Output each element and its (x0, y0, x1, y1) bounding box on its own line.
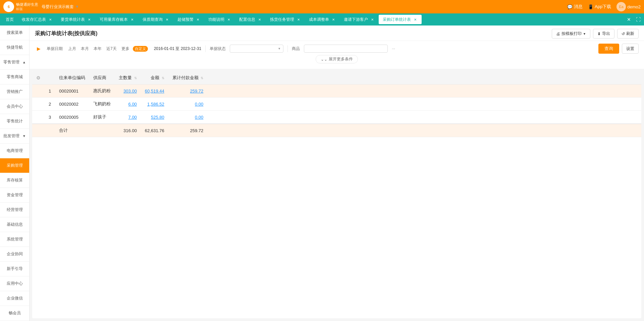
query-button[interactable]: 查询 (598, 44, 619, 54)
user-menu[interactable]: Ea demo2 (616, 2, 641, 11)
tab-home[interactable]: 首页 (2, 15, 18, 24)
tab-close-icon[interactable]: ✕ (226, 17, 231, 22)
row-amount-cell: 60,519.44 (141, 85, 168, 98)
footer-amount-cell: 62,631.76 (141, 124, 168, 137)
row-index-cell: 3 (45, 111, 55, 124)
tab-close-icon[interactable]: ✕ (87, 17, 92, 22)
close-tab-button[interactable]: ✕ (625, 15, 633, 23)
sidebar-item-basic-info[interactable]: 基础信息 (0, 217, 29, 232)
table-row: 1 00020001 惠氏奶粉 303.00 60 (32, 85, 641, 98)
page-title: 采购订单统计表(按供应商) (35, 30, 98, 37)
sidebar-item-finance[interactable]: 资金管理 (0, 188, 29, 203)
sidebar-item-operations[interactable]: 经营管理 (0, 203, 29, 217)
row-index-cell: 2 (45, 98, 55, 111)
expand-more-button[interactable]: ⌄⌄ 展开更多条件 (316, 55, 358, 63)
tab-config-info[interactable]: 配置信息 ✕ (235, 15, 266, 24)
shortcut-7days[interactable]: 近7天 (105, 46, 118, 52)
sidebar-item-retail[interactable]: 零售管理 ▲ (0, 55, 29, 70)
tab-close-icon[interactable]: ✕ (257, 17, 262, 22)
sidebar-item-wholesale[interactable]: 批发管理 ▼ (0, 129, 29, 144)
row-supplier-cell: 好孩子 (89, 111, 115, 124)
sidebar-item-search[interactable]: 搜索菜单 (0, 25, 29, 40)
tab-close-icon[interactable]: ✕ (196, 17, 200, 22)
tab-close-icon[interactable]: ✕ (130, 17, 135, 22)
goods-filter-label: 商品 (292, 46, 300, 52)
sidebar-item-retail-mall[interactable]: 零售商城 (0, 70, 29, 85)
tab-available-stock[interactable]: 可用量库存账本 ✕ (96, 15, 139, 24)
message-button[interactable]: 💬 消息 (567, 4, 583, 10)
workspace-dropdown-icon: ▼ (75, 4, 79, 9)
tab-purchase-order-summary[interactable]: 采购订单统计表 ✕ (379, 15, 422, 24)
column-settings-icon[interactable]: ⚙ (36, 75, 41, 81)
tab-invite-downstream[interactable]: 邀请下游客户 ✕ (340, 15, 379, 24)
tab-picking-task[interactable]: 拣货任务管理 ✕ (266, 15, 305, 24)
sidebar-item-purchase[interactable]: 采购管理 (0, 158, 29, 173)
tab-close-icon[interactable]: ✕ (165, 17, 169, 22)
sidebar-item-member2[interactable]: 畅会员 (0, 306, 29, 321)
sidebar-item-marketing[interactable]: 营销推广 (0, 85, 29, 99)
row-empty-cell (207, 98, 641, 111)
col-settings: ⚙ (32, 71, 45, 85)
tab-close-icon[interactable]: ✕ (413, 17, 418, 22)
sidebar-item-ecommerce[interactable]: 电商管理 (0, 144, 29, 158)
tab-close-icon[interactable]: ✕ (296, 17, 301, 22)
footer-index-cell (45, 124, 55, 137)
tab-function-desc[interactable]: 功能说明 ✕ (204, 15, 235, 24)
sidebar-item-enterprise[interactable]: 企业协同 (0, 247, 29, 262)
shortcut-this-month[interactable]: 本月 (79, 46, 90, 52)
main-layout: 搜索菜单 快捷导航 零售管理 ▲ 零售商城 营销推广 会员中心 零售统计 批发管… (0, 25, 644, 321)
filter-divider-2 (287, 45, 288, 52)
tab-cost-adjust[interactable]: 成本调整单 ✕ (305, 15, 340, 24)
export-button[interactable]: ⬇ 导出 (593, 29, 614, 39)
tab-expiry-query[interactable]: 保质期查询 ✕ (139, 15, 173, 24)
tab-close-icon[interactable]: ✕ (48, 17, 53, 22)
status-select[interactable] (230, 45, 283, 53)
top-bar: 6 畅捷通好生意 标版 母婴行业演示账套 ▼ 💬 消息 📱 App下载 Ea d… (0, 0, 644, 13)
sidebar-item-inventory[interactable]: 库存核算 (0, 173, 29, 188)
date-shortcuts: 上月 本月 本年 近7天 更多 自定义 (67, 46, 148, 52)
chevron-down-icon: ▼ (22, 134, 26, 138)
tab-close-icon[interactable]: ✕ (331, 17, 336, 22)
shortcut-last-month[interactable]: 上月 (67, 46, 77, 52)
filter-row-1: ▶ 单据日期 上月 本月 本年 近7天 更多 自定义 2016-01-01 至 … (35, 44, 639, 54)
maximize-button[interactable]: ⛶ (634, 15, 642, 23)
sidebar-item-quick-nav[interactable]: 快捷导航 (0, 40, 29, 55)
sidebar-item-member[interactable]: 会员中心 (0, 99, 29, 114)
app-download-button[interactable]: 📱 App下载 (588, 4, 611, 10)
filter-block: ▶ 单据日期 上月 本月 本年 近7天 更多 自定义 2016-01-01 至 … (30, 41, 644, 69)
row-settings-cell (32, 111, 45, 124)
tab-collection[interactable]: 收发存汇总表 ✕ (18, 15, 57, 24)
sidebar-item-system[interactable]: 系统管理 (0, 232, 29, 247)
sidebar-item-wechat[interactable]: 企业微信 (0, 291, 29, 306)
tab-overstock-warning[interactable]: 超储预警 ✕ (173, 15, 204, 24)
row-paid-amount-cell: 0.00 (168, 111, 208, 124)
goods-search-more-icon[interactable]: ··· (392, 46, 395, 51)
content-area: 采购订单统计表(按供应商) 🖨 按模板打印 ▼ ⬇ 导出 ↺ 刷新 (30, 25, 644, 321)
settings-button[interactable]: 设置 (622, 44, 639, 54)
custom-date-badge[interactable]: 自定义 (133, 46, 148, 52)
filter-divider (205, 45, 206, 52)
tab-close-icon[interactable]: ✕ (370, 17, 375, 22)
shortcut-more[interactable]: 更多 (120, 46, 131, 52)
refresh-icon: ↺ (622, 32, 625, 36)
workspace-selector[interactable]: 母婴行业演示账套 ▼ (42, 4, 564, 10)
sidebar-item-newbie[interactable]: 新手引导 (0, 262, 29, 276)
sidebar-item-retail-stats[interactable]: 零售统计 (0, 114, 29, 129)
sidebar: 搜索菜单 快捷导航 零售管理 ▲ 零售商城 营销推广 会员中心 零售统计 批发管… (0, 25, 30, 321)
col-amount: 金额 ⇅ (141, 71, 168, 85)
tab-purchase-summary[interactable]: 要货单统计表 ✕ (57, 15, 96, 24)
col-index (45, 71, 55, 85)
print-button[interactable]: 🖨 按模板打印 ▼ (552, 29, 590, 39)
table-header: ⚙ 往来单位编码 供应商 主数量 ⇅ (32, 71, 641, 85)
shortcut-this-year[interactable]: 本年 (92, 46, 103, 52)
sidebar-item-app-center[interactable]: 应用中心 (0, 276, 29, 291)
refresh-button[interactable]: ↺ 刷新 (617, 29, 639, 39)
collapse-toggle-button[interactable]: ▶ (35, 45, 43, 52)
avatar: Ea (616, 2, 626, 11)
row-amount-cell: 525.80 (141, 111, 168, 124)
footer-settings-cell (32, 124, 45, 137)
row-main-qty-cell: 6.00 (115, 98, 141, 111)
goods-search-input[interactable] (304, 45, 388, 53)
date-filter-label: 单据日期 (47, 46, 63, 52)
print-icon: 🖨 (556, 32, 560, 36)
